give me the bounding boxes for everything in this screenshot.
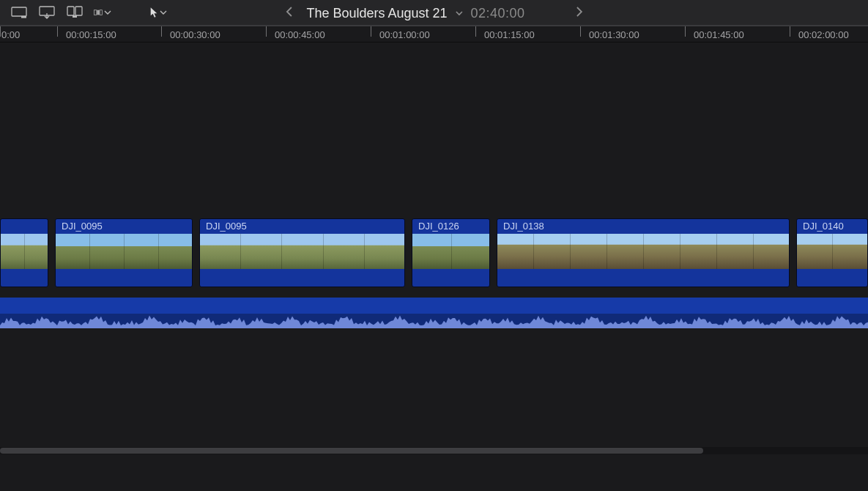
svg-rect-8 [100, 10, 102, 15]
clip-label: DJI_0095 [206, 221, 247, 232]
toolbar-center: The Boulders August 21 02:40:00 [284, 0, 583, 26]
chevron-down-icon[interactable] [160, 10, 167, 15]
next-button-icon[interactable] [575, 6, 584, 21]
ruler-label: 00:01:15:00 [484, 29, 535, 40]
ruler-label: 00:00:45:00 [275, 29, 325, 40]
ruler-label: 0:00 [1, 29, 20, 40]
ruler-tick [790, 26, 790, 37]
svg-rect-3 [67, 7, 74, 15]
clip-thumbnails [56, 234, 192, 269]
pointer-tool-icon[interactable] [149, 5, 167, 20]
toolbar: The Boulders August 21 02:40:00 [0, 0, 868, 26]
prev-button-icon[interactable] [284, 6, 293, 21]
svg-rect-4 [75, 7, 82, 15]
video-clip[interactable] [0, 218, 48, 287]
clip-label: DJI_0095 [62, 221, 103, 232]
clip-label: DJI_0126 [418, 221, 459, 232]
ruler-tick [475, 26, 476, 37]
project-title: The Boulders August 21 [306, 6, 447, 21]
ruler-tick [57, 26, 58, 37]
ruler-tick [685, 26, 686, 37]
clip-thumbnails [412, 234, 489, 269]
ruler-label: 00:01:30:00 [589, 29, 639, 40]
svg-rect-6 [94, 10, 97, 15]
time-ruler[interactable]: 0:0000:00:15:0000:00:30:0000:00:45:0000:… [0, 26, 868, 43]
svg-rect-5 [73, 15, 77, 18]
audio-waveform [0, 314, 868, 328]
insert-clip-icon[interactable] [38, 5, 56, 20]
video-clip[interactable]: DJI_0138 [497, 218, 790, 287]
timecode-display: 02:40:00 [471, 6, 525, 21]
chevron-down-icon[interactable] [455, 7, 464, 20]
chevron-down-icon[interactable] [104, 10, 111, 15]
timeline[interactable]: DJI_0095DJI_0095DJI_0126DJI_0138DJI_0140… [0, 43, 868, 472]
ruler-tick [0, 26, 1, 37]
clip-label: DJI_0138 [503, 221, 544, 232]
svg-rect-0 [12, 7, 26, 16]
horizontal-scrollbar[interactable] [0, 447, 868, 454]
ruler-label: 00:02:00:00 [798, 29, 849, 40]
connect-clip-icon[interactable] [66, 5, 84, 20]
audio-track[interactable]: ers [0, 298, 868, 328]
ruler-label: 00:01:45:00 [694, 29, 744, 40]
ruler-label: 00:00:15:00 [66, 29, 116, 40]
ruler-label: 00:00:30:00 [170, 29, 220, 40]
video-clip[interactable]: DJI_0126 [412, 218, 490, 287]
video-clip[interactable]: DJI_0140 [796, 218, 868, 287]
svg-rect-1 [21, 16, 26, 18]
ruler-tick [161, 26, 162, 37]
clip-thumbnails [1, 234, 48, 269]
clip-thumbnails [497, 234, 789, 269]
clip-label: DJI_0140 [803, 221, 844, 232]
svg-rect-7 [97, 10, 99, 15]
ruler-tick [371, 26, 371, 37]
clip-thumbnails [200, 234, 404, 269]
toolbar-left [0, 5, 167, 20]
audio-clip-body [0, 298, 868, 314]
video-track[interactable]: DJI_0095DJI_0095DJI_0126DJI_0138DJI_0140 [0, 218, 868, 287]
overwrite-clip-icon[interactable] [94, 5, 111, 20]
video-clip[interactable]: DJI_0095 [55, 218, 193, 287]
append-clip-icon[interactable] [10, 5, 28, 20]
ruler-label: 00:01:00:00 [379, 29, 430, 40]
clip-thumbnails [797, 234, 867, 269]
video-clip[interactable]: DJI_0095 [199, 218, 405, 287]
project-title-wrap[interactable]: The Boulders August 21 02:40:00 [306, 6, 524, 21]
ruler-tick [266, 26, 267, 37]
ruler-tick [580, 26, 581, 37]
scrollbar-thumb[interactable] [0, 448, 703, 454]
